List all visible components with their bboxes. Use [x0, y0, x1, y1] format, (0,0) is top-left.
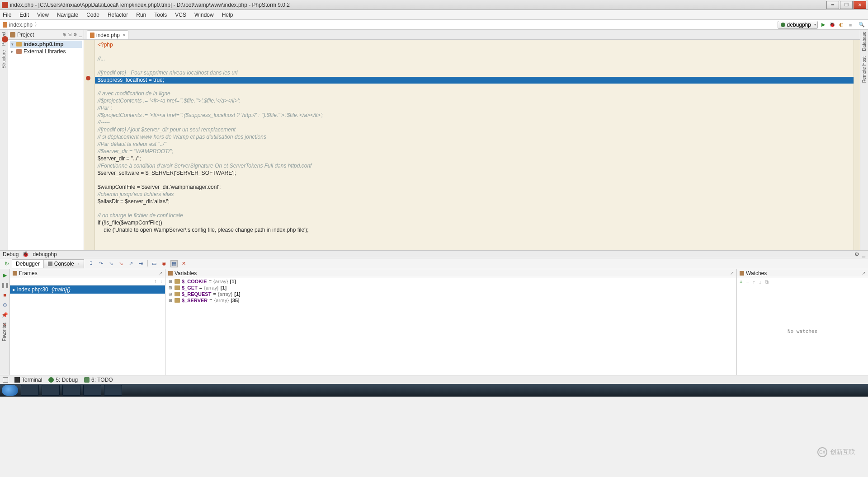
step-into-icon[interactable]: ↘: [108, 260, 115, 267]
evaluate-icon[interactable]: ▭: [151, 260, 158, 267]
search-everywhere-icon[interactable]: 🔍: [858, 21, 865, 28]
twisty-icon[interactable]: ⊞: [168, 285, 173, 290]
menu-run[interactable]: Run: [136, 12, 146, 18]
variable-type: {array}: [204, 285, 218, 290]
move-up-icon[interactable]: ↑: [753, 279, 755, 285]
tool-todo[interactable]: 6: TODO: [84, 377, 113, 383]
mute-bp-icon[interactable]: ◉: [160, 260, 168, 267]
stop-icon[interactable]: ■: [847, 21, 854, 28]
frame-file: index.php:30,: [17, 286, 50, 293]
minimize-icon[interactable]: ⎯: [862, 251, 865, 257]
minimize-button[interactable]: ━: [826, 1, 839, 9]
step-out-icon[interactable]: ↗: [127, 260, 135, 267]
run-config-label: debugphp: [787, 22, 811, 28]
pane-menu-icon[interactable]: ↗: [730, 271, 734, 276]
gutter[interactable]: [84, 40, 95, 250]
tool-terminal[interactable]: Terminal: [14, 377, 42, 383]
close-button[interactable]: ✕: [854, 1, 866, 9]
close-tab-icon[interactable]: ✕: [123, 33, 126, 37]
stack-frame[interactable]: ▸ index.php:30, {main}(): [10, 285, 165, 294]
mute-breakpoints-icon[interactable]: ◉: [2, 36, 8, 42]
variable-name: $_SERVER: [182, 298, 208, 303]
bottom-toggle-icon[interactable]: [3, 377, 8, 383]
menu-help[interactable]: Help: [222, 12, 233, 18]
tool-database[interactable]: Database: [862, 32, 867, 51]
breakpoint-icon[interactable]: [86, 76, 90, 80]
run-configuration-selector[interactable]: debugphp: [778, 21, 818, 29]
variables-list[interactable]: ⊞$_COOKIE = {array} [1]⊞$_GET = {array} …: [165, 277, 736, 304]
watermark: CX 创新互联: [817, 447, 855, 457]
tree-label: External Libraries: [24, 48, 66, 55]
menu-view[interactable]: View: [37, 12, 49, 18]
tab-console[interactable]: Console →: [44, 259, 84, 268]
tree-external-libs[interactable]: ▸ External Libraries: [10, 48, 82, 55]
scroll-from-source-icon[interactable]: ⊕: [62, 32, 66, 37]
variable-row[interactable]: ⊞$_SERVER = {array} [35]: [168, 297, 734, 304]
tool-remote-host[interactable]: Remote Host: [862, 56, 867, 83]
twisty-icon[interactable]: ⊞: [168, 292, 173, 296]
tab-debugger[interactable]: Debugger: [12, 259, 44, 268]
code-editor[interactable]: <?php //... //[modif oto] - Pour supprim…: [84, 40, 860, 250]
taskbar-app[interactable]: [42, 385, 60, 396]
debug-icon[interactable]: 🐞: [829, 21, 836, 28]
move-down-icon[interactable]: ↓: [759, 279, 761, 285]
coverage-icon[interactable]: ◐: [838, 21, 845, 28]
next-frame-icon[interactable]: ↓: [160, 279, 162, 284]
twisty-icon[interactable]: ⊞: [168, 279, 173, 284]
hide-icon[interactable]: ⎯: [79, 32, 82, 37]
resume-icon[interactable]: ▶: [2, 272, 8, 278]
add-watch-icon[interactable]: +: [740, 279, 742, 285]
layout-icon[interactable]: ▦: [170, 260, 178, 267]
prev-frame-icon[interactable]: ↑: [154, 279, 156, 284]
right-tool-stripe: Database Remote Host: [860, 30, 868, 250]
menu-file[interactable]: File: [3, 12, 11, 18]
show-execution-point-icon[interactable]: ↧: [88, 260, 95, 267]
settings-icon[interactable]: ⚙: [2, 302, 8, 308]
error-stripe[interactable]: [854, 40, 860, 250]
run-to-cursor-icon[interactable]: ⇥: [137, 260, 145, 267]
menu-navigate[interactable]: Navigate: [57, 12, 78, 18]
taskbar-app[interactable]: [104, 385, 122, 396]
close-session-icon[interactable]: ✕: [180, 260, 188, 267]
project-tree[interactable]: ▾ index.php0.tmp ▸ External Libraries: [8, 40, 84, 56]
pane-menu-icon[interactable]: ↗: [159, 271, 162, 276]
twisty-icon[interactable]: ⊞: [168, 298, 173, 303]
project-panel-header: Project ⊕ ⇲ ⚙ ⎯: [8, 30, 84, 40]
run-icon[interactable]: ▶: [820, 21, 827, 28]
editor-tab-index[interactable]: index.php ✕: [87, 30, 128, 39]
tool-structure[interactable]: Structure: [1, 50, 6, 69]
menu-edit[interactable]: Edit: [19, 12, 29, 18]
tool-favorites[interactable]: Favorites: [2, 323, 7, 341]
rerun-icon[interactable]: ↻: [5, 261, 9, 267]
remove-watch-icon[interactable]: −: [746, 279, 749, 285]
maximize-button[interactable]: ❐: [840, 1, 853, 9]
menu-tools[interactable]: Tools: [154, 12, 167, 18]
tool-debug[interactable]: 5: Debug: [48, 377, 78, 383]
step-over-icon[interactable]: ↷: [98, 260, 105, 267]
favorites-star-icon[interactable]: ★: [2, 312, 7, 318]
collapse-all-icon[interactable]: ⇲: [68, 32, 71, 37]
twisty-icon[interactable]: ▸: [10, 49, 14, 54]
variable-row[interactable]: ⊞$_COOKIE = {array} [1]: [168, 278, 734, 285]
pane-menu-icon[interactable]: ↗: [862, 271, 865, 276]
taskbar-app[interactable]: [21, 385, 39, 396]
taskbar-app[interactable]: [83, 385, 101, 396]
taskbar-app[interactable]: [62, 385, 80, 396]
breadcrumb[interactable]: index.php 〉: [3, 21, 40, 28]
copy-icon[interactable]: ⧉: [765, 279, 769, 285]
force-step-into-icon[interactable]: ↘: [118, 260, 125, 267]
menu-vcs[interactable]: VCS: [175, 12, 186, 18]
stop-icon[interactable]: ■: [2, 292, 8, 298]
tree-root[interactable]: ▾ index.php0.tmp: [10, 41, 82, 48]
variable-row[interactable]: ⊞$_REQUEST = {array} [1]: [168, 291, 734, 297]
tree-label: index.php0.tmp: [24, 41, 64, 47]
variable-row[interactable]: ⊞$_GET = {array} [1]: [168, 285, 734, 291]
menu-refactor[interactable]: Refactor: [108, 12, 128, 18]
gear-icon[interactable]: ⚙: [854, 251, 859, 257]
start-button[interactable]: [2, 385, 18, 396]
menu-window[interactable]: Window: [194, 12, 214, 18]
menu-code[interactable]: Code: [86, 12, 99, 18]
pause-icon[interactable]: ❚❚: [2, 282, 8, 288]
twisty-icon[interactable]: ▾: [10, 42, 14, 47]
gear-icon[interactable]: ⚙: [73, 32, 77, 37]
